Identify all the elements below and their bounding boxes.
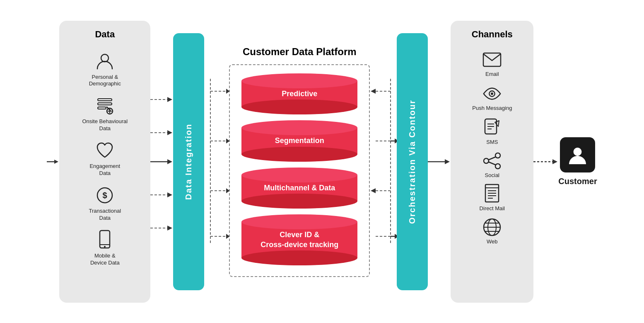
svg-marker-26: [226, 89, 229, 94]
integration-to-cdp-arrows: [204, 54, 229, 270]
svg-marker-28: [226, 138, 229, 143]
cdp-layer-predictive: Predictive: [241, 73, 357, 114]
svg-point-54: [484, 158, 489, 163]
sms-label: SMS: [486, 139, 498, 145]
svg-marker-30: [226, 188, 229, 193]
integration-label: Data Integration: [184, 123, 193, 199]
svg-point-2: [101, 54, 109, 62]
orch-to-channels-arrow: [428, 58, 451, 265]
cdp-box: Predictive Segmentation: [229, 64, 370, 277]
data-item-engagement: EngagementData: [89, 140, 120, 177]
predictive-ellipse-bottom: [241, 100, 357, 114]
diagram-container: Data Personal &Demographic: [12, 4, 633, 319]
email-label: Email: [485, 71, 499, 77]
person-icon: [94, 51, 116, 72]
orch-channels-svg: [428, 159, 451, 165]
cdp-section: Customer Data Platform Predictive Seg: [229, 46, 370, 277]
channel-item-directmail: Direct Mail: [480, 184, 505, 211]
heart-icon: [94, 140, 116, 161]
svg-marker-45: [445, 159, 450, 164]
data-panel-title: Data: [95, 29, 115, 40]
svg-point-48: [491, 92, 493, 95]
cdp-orch-svg: [370, 54, 397, 270]
channel-item-web: Web: [482, 217, 502, 245]
svg-marker-38: [371, 188, 376, 193]
svg-marker-35: [371, 89, 376, 94]
engagement-label: EngagementData: [89, 163, 120, 177]
share-icon: [482, 151, 502, 171]
channels-panel-title: Channels: [472, 29, 513, 40]
data-to-integration-arrows: [150, 58, 173, 265]
cdp-layer-multichannel: Multichannel & Data: [241, 168, 357, 209]
customer-label: Customer: [558, 177, 597, 186]
channels-to-customer-arrow: [533, 159, 558, 165]
segmentation-ellipse-bottom: [241, 147, 357, 162]
integration-cdp-svg: [204, 54, 229, 270]
data-item-transactional: $ TransactionalData: [89, 185, 121, 222]
data-item-mobile: Mobile &Device Data: [90, 229, 120, 267]
svg-line-56: [489, 157, 496, 160]
channel-item-email: Email: [482, 50, 502, 77]
svg-marker-23: [167, 226, 172, 231]
cursor-icon: [94, 95, 116, 117]
directmail-label: Direct Mail: [480, 205, 505, 211]
channel-item-sms: SMS: [482, 118, 502, 145]
multichannel-ellipse-top: [241, 168, 357, 182]
cdp-title: Customer Data Platform: [243, 46, 357, 58]
customer-section: Customer: [558, 137, 597, 186]
svg-marker-32: [226, 234, 229, 239]
entry-arrow-svg: [47, 159, 59, 165]
mobile-label: Mobile &Device Data: [90, 253, 120, 267]
channel-item-social: Social: [482, 151, 502, 178]
onsite-label: Onsite BehaviouralData: [82, 118, 128, 132]
svg-point-55: [495, 164, 500, 169]
cdp-to-orchestration-arrows: [370, 54, 397, 270]
customer-avatar: [560, 137, 595, 172]
svg-marker-15: [167, 159, 172, 164]
predictive-ellipse-top: [241, 73, 357, 88]
globe-icon: [482, 217, 502, 237]
svg-rect-46: [483, 53, 501, 66]
mail-icon: [482, 184, 502, 204]
dollar-icon: $: [94, 185, 116, 206]
svg-rect-11: [100, 231, 110, 248]
web-label: Web: [487, 238, 498, 245]
channels-panel: Channels Email: [451, 21, 533, 303]
email-icon: [482, 50, 502, 70]
svg-point-72: [574, 148, 582, 156]
personal-label: Personal &Demographic: [89, 74, 121, 88]
customer-avatar-svg: [566, 143, 589, 166]
entry-arrow: [47, 159, 59, 165]
cleverid-ellipse-top: [241, 214, 357, 229]
orchestration-bar: Orchestration Via Contour: [397, 33, 428, 290]
data-arrows-svg: [150, 58, 173, 265]
eye-icon: [482, 84, 502, 104]
svg-rect-3: [98, 99, 112, 101]
svg-point-53: [495, 153, 500, 158]
svg-rect-5: [98, 107, 106, 109]
svg-marker-17: [167, 97, 172, 102]
data-item-onsite: Onsite BehaviouralData: [82, 95, 128, 132]
svg-rect-4: [98, 103, 112, 105]
mobile-icon: [94, 229, 116, 251]
multichannel-ellipse-bottom: [241, 194, 357, 209]
push-label: Push Messaging: [472, 105, 512, 111]
integration-bar: Data Integration: [173, 33, 204, 290]
svg-point-13: [104, 246, 106, 248]
channels-customer-svg: [533, 159, 558, 165]
section-wrapper: Data Personal &Demographic: [47, 12, 597, 311]
social-label: Social: [485, 172, 499, 178]
channel-item-push: Push Messaging: [472, 84, 512, 111]
sms-icon: [482, 118, 502, 138]
svg-marker-21: [167, 192, 172, 197]
orchestration-label: Orchestration Via Contour: [408, 100, 417, 224]
cdp-layer-segmentation: Segmentation: [241, 120, 357, 161]
cleverid-ellipse-bottom: [241, 250, 357, 265]
data-item-personal: Personal &Demographic: [89, 51, 121, 88]
data-panel: Data Personal &Demographic: [59, 21, 150, 303]
svg-text:$: $: [103, 191, 107, 200]
svg-marker-71: [552, 159, 557, 164]
transactional-label: TransactionalData: [89, 208, 121, 222]
svg-marker-19: [167, 130, 172, 135]
svg-line-57: [489, 162, 496, 165]
